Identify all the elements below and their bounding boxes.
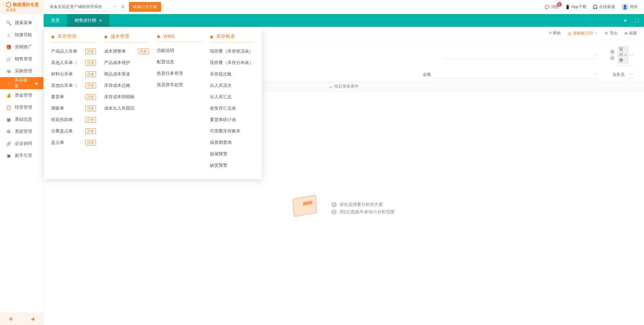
sidebar-item-label: 新手引导 (15, 153, 32, 159)
mega-item-3-4[interactable]: 出入库汇总 (210, 91, 255, 103)
mega-item-3-5[interactable]: 收发存汇总表 (210, 103, 255, 114)
mega-item-label: 库存成本明细账 (104, 94, 135, 100)
online-service-button[interactable]: 🎧 在线客服 (593, 4, 615, 10)
fullscreen-icon[interactable]: ⛶ (633, 16, 641, 24)
mega-item-label: 分量盘点单 (51, 128, 73, 134)
help-button[interactable]: ? 帮助 (549, 31, 561, 36)
sidebar-item-8[interactable]: ▦基础信息 (0, 113, 43, 125)
sidebar-item-1[interactable]: ⌂快捷导航 (0, 29, 43, 41)
mega-item-3-6[interactable]: 要货单统计表 (210, 114, 255, 125)
print-template-button[interactable]: 🖨 按模板打印 ﹀ (567, 31, 598, 36)
mega-item-label: 库存批次账 (210, 71, 232, 77)
history-badge[interactable]: 历史 (85, 128, 96, 134)
product-chip[interactable]: 设计费 × (617, 46, 629, 64)
amount-label: 金额 (423, 72, 431, 77)
product-input[interactable]: 设计费 × ⋯ (617, 44, 634, 66)
tab-1[interactable]: 销售排行榜✕ (67, 14, 109, 27)
mega-item-3-1[interactable]: 现存量（库存分布表） (210, 57, 255, 68)
nav: 🔍搜索菜单⌂快捷导航🎁营销推广🛒销售管理🛍采购管理⌂库存核算◀💰资金管理📋经营管… (0, 14, 43, 312)
system-select[interactable]: 装备及固定资产辅助管理系统 ﹀ (50, 3, 117, 11)
mega-item-1-1[interactable]: 产品成本维护 (104, 57, 149, 68)
staff-input[interactable]: ⋯ (627, 70, 634, 78)
mega-item-2-0[interactable]: 功能说明 (157, 45, 202, 56)
mega-item-3-2[interactable]: 库存批次账 (210, 68, 255, 80)
sidebar-item-2[interactable]: 🎁营销推广 (0, 41, 43, 53)
sidebar-item-4[interactable]: 🛍采购管理 (0, 65, 43, 77)
home-icon: ⌂ (6, 32, 11, 38)
amount-select[interactable]: ﹀ (433, 70, 597, 78)
mega-item-0-0[interactable]: 产成品入库单历史 (51, 46, 96, 57)
history-badge[interactable]: 历史 (85, 60, 96, 66)
mega-item-0-2[interactable]: 材料出库单历史 (51, 68, 96, 80)
mega-item-0-3[interactable]: 其他出库单 ⓘ历史 (51, 80, 96, 91)
mega-item-0-1[interactable]: 其他入库单 ⓘ历史 (51, 57, 96, 68)
sidebar: 畅捷通好生意 标准版 🔍搜索菜单⌂快捷导航🎁营销推广🛒销售管理🛍采购管理⌂库存核… (0, 0, 44, 325)
mega-item-0-5[interactable]: 调拨单历史 (51, 103, 96, 114)
history-badge[interactable]: 历史 (138, 49, 149, 54)
mega-item-1-4[interactable]: 库存成本明细账 (104, 91, 149, 103)
mega-item-1-0[interactable]: 成本调整单历史 (104, 46, 149, 57)
collapse-sidebar-icon[interactable]: ◀ (31, 316, 34, 321)
mega-menu: ◆库存管理产成品入库单历史其他入库单 ⓘ历史材料出库单历史其他出库单 ⓘ历史要货… (44, 27, 262, 179)
search-icon: 🔍 (6, 20, 11, 25)
sidebar-item-label: 企业协同 (15, 141, 32, 147)
chat-icon: 💬 (545, 5, 550, 9)
mega-item-1-3[interactable]: 库存成本总账 (104, 80, 149, 91)
sidebar-item-10[interactable]: 🔗企业协同 (0, 138, 43, 150)
industry-plan-button[interactable]: 体验行业方案 (129, 2, 161, 12)
history-badge[interactable]: 历史 (85, 140, 96, 146)
mega-item-3-10[interactable]: 缺货预警 (210, 160, 255, 171)
mega-item-3-8[interactable]: 保质期查询 (210, 137, 255, 148)
sidebar-item-label: 搜索菜单 (15, 20, 32, 26)
mega-item-3-3[interactable]: 出入库流水 (210, 80, 255, 91)
mega-item-0-6[interactable]: 组装拆卸单历史 (51, 114, 96, 125)
refresh-button[interactable]: ⟳ 刷新 (625, 31, 637, 36)
generic-select-1[interactable]: ﹀ (443, 51, 597, 59)
messages-button[interactable]: 💬 消息 6 (545, 4, 559, 10)
sidebar-item-label: 基础信息 (15, 116, 32, 122)
mega-item-label: 拣货任务管理 (157, 70, 183, 76)
history-badge[interactable]: 历史 (85, 117, 96, 123)
mega-item-3-0[interactable]: 现存量（库存状况表） (210, 46, 255, 57)
mega-item-0-7[interactable]: 分量盘点单历史 (51, 125, 96, 137)
sidebar-item-3[interactable]: 🛒销售管理 (0, 53, 43, 65)
mega-item-2-1[interactable]: 配置信息 (157, 56, 202, 68)
more-icon[interactable]: ⋯ (629, 52, 634, 57)
settings-gear-icon[interactable]: ✿ (9, 316, 13, 321)
help-icon: ? (549, 31, 551, 36)
mega-col-header: ◆成本管理 (104, 32, 149, 43)
history-badge[interactable]: 历史 (85, 106, 96, 111)
user-menu[interactable]: 👤 用友 (621, 3, 638, 11)
export-button[interactable]: ⇱ 导出 (605, 31, 618, 36)
sidebar-item-label: 营销推广 (15, 44, 32, 50)
app-download-button[interactable]: 📱 App下载 (565, 4, 587, 10)
mega-item-3-7[interactable]: 可用量库存账本 (210, 125, 255, 137)
mega-item-3-9[interactable]: 超储预警 (210, 148, 255, 160)
history-badge[interactable]: 历史 (85, 94, 96, 100)
sidebar-item-11[interactable]: ▣新手引导 (0, 150, 43, 162)
history-badge[interactable]: 历史 (85, 83, 96, 89)
sidebar-item-7[interactable]: 📋经营管理 (0, 101, 43, 113)
sidebar-item-0[interactable]: 🔍搜索菜单 (0, 17, 43, 29)
section-icon: ◆ (210, 34, 214, 39)
history-badge[interactable]: 历史 (85, 49, 96, 54)
mega-item-0-8[interactable]: 盘点单历史 (51, 137, 96, 148)
system-settings-icon[interactable]: ⚙ (121, 4, 125, 9)
tab-0[interactable]: 首页 (44, 14, 67, 27)
sidebar-item-5[interactable]: ⌂库存核算◀ (0, 77, 43, 89)
chip-remove-icon[interactable]: × (625, 53, 627, 57)
mega-item-1-2[interactable]: 商品成本重算 (104, 68, 149, 80)
mega-item-2-3[interactable]: 拣货异常处理 (157, 79, 202, 91)
tab-close-icon[interactable]: ✕ (99, 18, 102, 23)
sidebar-item-6[interactable]: 💰资金管理 (0, 89, 43, 101)
close-all-tabs-icon[interactable]: ✕ (621, 16, 629, 24)
more-icon[interactable]: ⋯ (629, 72, 634, 77)
mega-item-0-4[interactable]: 要货单历史 (51, 91, 96, 103)
empty-steps: 1 请先选择要分析的方案 2 用[过滤]条件来缩小分析范围 (331, 200, 394, 216)
mega-col-3: ◆库存账表现存量（库存状况表）现存量（库存分布表）库存批次账出入库流水出入库汇总… (206, 32, 259, 171)
mega-item-2-2[interactable]: 拣货任务管理 (157, 68, 202, 79)
history-badge[interactable]: 历史 (85, 71, 96, 77)
chevron-right-icon: ◀ (35, 82, 37, 85)
sidebar-item-9[interactable]: ⚙系统管理 (0, 125, 43, 138)
mega-item-1-5[interactable]: 成本出入库跟踪 (104, 103, 149, 114)
